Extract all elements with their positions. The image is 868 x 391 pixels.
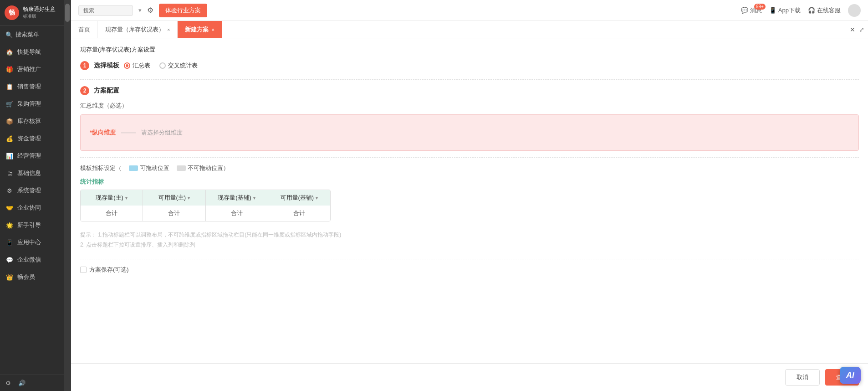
- dim-arrow: ——: [121, 129, 136, 137]
- schema-save: 方案保存(可选): [80, 266, 859, 274]
- tabs-bar: 首页 现存量（库存状况表） × 新建方案 × ✕ ⤢: [71, 21, 868, 38]
- tab-new-scheme-close-icon[interactable]: ×: [211, 27, 214, 32]
- col-main-available-label: 可用量(主): [158, 194, 186, 202]
- app-title: 畅康通好生意: [23, 6, 56, 13]
- sidebar-item-purchase[interactable]: 🛒 采购管理: [0, 95, 64, 113]
- step1-divider: [80, 79, 859, 80]
- sidebar-item-system[interactable]: ⚙ 系统管理: [0, 182, 64, 199]
- sidebar-item-finance[interactable]: 💰 资金管理: [0, 130, 64, 147]
- industry-scheme-button[interactable]: 体验行业方案: [159, 4, 207, 17]
- message-button[interactable]: 💬 消息 99+: [741, 6, 762, 15]
- hint-line-1: 提示： 1.拖动标题栏可以调整布局，不可跨维度或指标区域拖动栏目(只能在同一维度…: [80, 230, 859, 240]
- sidebar-item-member[interactable]: 👑 畅会员: [0, 268, 64, 286]
- col-main-available-chevron: ▾: [188, 196, 190, 201]
- step2-section: 2 方案配置 汇总维度（必选） *纵向维度 —— 请选择分组维度 模板指标设定（…: [80, 86, 859, 250]
- app-logo: 畅: [5, 5, 19, 20]
- radio-summary-circle: [124, 62, 130, 69]
- tab-home-label: 首页: [78, 26, 90, 34]
- sound-icon[interactable]: 🔊: [18, 380, 26, 386]
- footer-bar: 取消 查询: [71, 363, 868, 391]
- dim-placeholder: *纵向维度 —— 请选择分组维度: [90, 129, 183, 137]
- step1-header: 1 选择模板 汇总表 交叉统计表: [80, 61, 859, 70]
- col-aux-stock-header[interactable]: 现存量(基辅) ▾: [206, 190, 268, 206]
- home-icon: 🏠: [5, 48, 14, 56]
- draggable-box: [129, 165, 138, 171]
- sidebar-item-label: 企业微信: [17, 256, 41, 264]
- topbar-gear-icon[interactable]: ⚙: [147, 6, 153, 15]
- stats-table-body: 合计 合计 合计 合计: [81, 206, 330, 221]
- hint-section: 提示： 1.拖动标题栏可以调整布局，不可跨维度或指标区域拖动栏目(只能在同一维度…: [80, 230, 859, 250]
- col-main-available-header[interactable]: 可用量(主) ▾: [143, 190, 205, 206]
- main-area: ▾ ⚙ 体验行业方案 💬 消息 99+ 📱 App下载 🎧 在线客服 首页: [71, 0, 868, 391]
- user-avatar[interactable]: [848, 4, 861, 17]
- step1-section: 1 选择模板 汇总表 交叉统计表: [80, 61, 859, 70]
- tab-new-scheme[interactable]: 新建方案 ×: [178, 21, 222, 38]
- template-indicator: 模板指标设定（ 可拖动位置 不可拖动位置）: [80, 164, 859, 172]
- cancel-button[interactable]: 取消: [785, 369, 820, 386]
- sidebar-item-marketing[interactable]: 🎁 营销推广: [0, 61, 64, 78]
- tab-inventory-close-icon[interactable]: ×: [167, 27, 170, 32]
- sidebar-item-label: 资金管理: [17, 134, 41, 143]
- member-icon: 👑: [5, 273, 14, 281]
- col-main-stock-header[interactable]: 现存量(主) ▾: [81, 190, 143, 206]
- template-indicator-label: 模板指标设定（: [80, 164, 122, 172]
- dim-required-label: *纵向维度: [90, 129, 116, 137]
- dimension-area[interactable]: *纵向维度 —— 请选择分组维度: [80, 114, 859, 151]
- headset-icon: 🎧: [808, 7, 815, 14]
- sidebar-item-label: 畅会员: [17, 273, 35, 281]
- template-radio-group: 汇总表 交叉统计表: [124, 62, 198, 70]
- radio-cross[interactable]: 交叉统计表: [159, 62, 198, 70]
- step1-label: 选择模板: [94, 62, 119, 70]
- col-aux-available-header[interactable]: 可用量(基辅) ▾: [268, 190, 330, 206]
- service-label: 在线客服: [817, 6, 841, 15]
- sidebar-item-label: 新手引导: [17, 221, 41, 229]
- wechat-icon: 💬: [5, 256, 14, 264]
- tab-home[interactable]: 首页: [71, 21, 98, 38]
- sidebar-item-basics[interactable]: 🗂 基础信息: [0, 165, 64, 182]
- topbar-right: 💬 消息 99+ 📱 App下载 🎧 在线客服: [741, 4, 861, 17]
- sidebar-item-quick-nav[interactable]: 🏠 快捷导航: [0, 43, 64, 61]
- draggable-indicator: 可拖动位置: [129, 164, 169, 172]
- summary-dim-label: 汇总维度（必选）: [80, 102, 859, 110]
- sidebar-item-wechat[interactable]: 💬 企业微信: [0, 251, 64, 268]
- close-icon[interactable]: ✕: [850, 26, 855, 33]
- radio-summary[interactable]: 汇总表: [124, 62, 150, 70]
- topbar-dropdown-arrow[interactable]: ▾: [138, 7, 142, 14]
- expand-icon[interactable]: ⤢: [859, 26, 864, 33]
- sidebar-item-inventory[interactable]: 📦 库存核算: [0, 113, 64, 130]
- gift-icon: 🎁: [5, 65, 14, 73]
- dim-hint: 请选择分组维度: [141, 129, 183, 137]
- radio-cross-circle: [159, 62, 166, 69]
- window-controls: ✕ ⤢: [850, 26, 868, 33]
- topbar-search-input[interactable]: [78, 5, 133, 16]
- contract-icon: 🤝: [5, 204, 14, 212]
- tab-new-scheme-label: 新建方案: [185, 26, 209, 34]
- message-badge: 99+: [754, 4, 766, 10]
- sidebar-scrollbar[interactable]: [64, 0, 71, 391]
- sales-icon: 📋: [5, 82, 14, 91]
- app-subtitle: 标准版: [23, 13, 56, 20]
- sidebar-item-label: 采购管理: [17, 100, 41, 108]
- sidebar-item-label: 销售管理: [17, 82, 41, 91]
- online-service-button[interactable]: 🎧 在线客服: [808, 6, 841, 15]
- col-aux-stock-chevron: ▾: [253, 196, 255, 201]
- col-main-available-body: 合计: [143, 206, 205, 221]
- ai-badge[interactable]: Ai: [840, 367, 861, 384]
- sidebar-item-sales[interactable]: 📋 销售管理: [0, 78, 64, 95]
- sidebar: 畅 畅康通好生意 标准版 🔍 搜索菜单 🏠 快捷导航 🎁 营销推广 📋: [0, 0, 64, 391]
- sidebar-item-appcenter[interactable]: 📱 应用中心: [0, 234, 64, 251]
- save-scheme-checkbox[interactable]: [80, 267, 87, 273]
- sidebar-item-newbie[interactable]: 🌟 新手引导: [0, 216, 64, 234]
- search-menu-label: 搜索菜单: [15, 31, 39, 39]
- basics-icon: 🗂: [5, 169, 14, 177]
- finance-icon: 💰: [5, 134, 14, 143]
- inventory-icon: 📦: [5, 117, 14, 125]
- sidebar-search[interactable]: 🔍 搜索菜单: [0, 26, 64, 43]
- sidebar-item-contract[interactable]: 🤝 企业协同: [0, 199, 64, 216]
- col-aux-available-label: 可用量(基辅): [281, 194, 314, 202]
- sidebar-item-business[interactable]: 📊 经营管理: [0, 147, 64, 165]
- tab-inventory-status[interactable]: 现存量（库存状况表） ×: [98, 21, 178, 38]
- col-main-stock-body: 合计: [81, 206, 143, 221]
- app-download-button[interactable]: 📱 App下载: [769, 6, 801, 15]
- settings-icon[interactable]: ⚙: [5, 380, 11, 386]
